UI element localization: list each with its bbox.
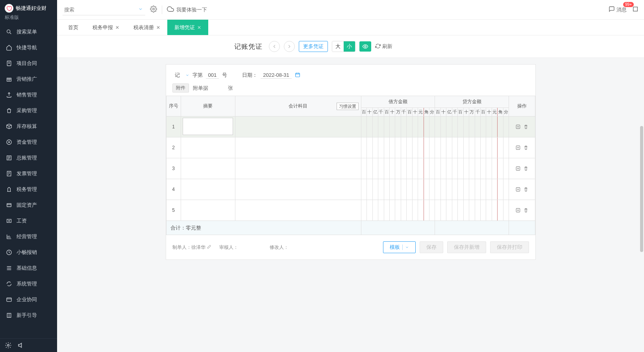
- digit-cell[interactable]: [446, 200, 452, 221]
- sidebar-item-collab[interactable]: 企业协同: [0, 292, 57, 308]
- digit-cell[interactable]: [412, 200, 418, 221]
- digit-cell[interactable]: [389, 200, 395, 221]
- delete-row-icon[interactable]: [523, 166, 529, 171]
- attach-button[interactable]: 附件: [172, 83, 189, 93]
- sidebar-item-salary[interactable]: 工资: [0, 213, 57, 229]
- sidebar-item-project[interactable]: 项目合同: [0, 56, 57, 71]
- digit-cell[interactable]: [407, 179, 412, 200]
- digit-cell[interactable]: [498, 137, 503, 158]
- sidebar-item-ledger[interactable]: 总账管理: [0, 150, 57, 166]
- summary-cell[interactable]: [181, 117, 235, 137]
- message-button[interactable]: 消息 99+: [609, 6, 627, 13]
- digit-cell[interactable]: [492, 200, 497, 221]
- digit-cell[interactable]: [480, 117, 486, 137]
- summary-cell[interactable]: [181, 158, 235, 179]
- digit-cell[interactable]: [435, 158, 440, 179]
- sidebar-item-assets[interactable]: 固定资产: [0, 197, 57, 213]
- digit-cell[interactable]: [407, 117, 412, 137]
- digit-cell[interactable]: [446, 179, 452, 200]
- habit-button[interactable]: 习惯设置: [337, 102, 359, 110]
- save-new-button[interactable]: 保存并新增: [447, 241, 486, 253]
- digit-cell[interactable]: [378, 200, 384, 221]
- digit-cell[interactable]: [492, 117, 497, 137]
- digit-cell[interactable]: [372, 158, 378, 179]
- digit-cell[interactable]: [367, 158, 372, 179]
- digit-cell[interactable]: [418, 117, 424, 137]
- sidebar-item-operation[interactable]: 经营管理: [0, 229, 57, 245]
- sidebar-item-expense[interactable]: 小畅报销: [0, 245, 57, 260]
- digit-cell[interactable]: [486, 117, 492, 137]
- sidebar-item-tax[interactable]: 税务管理: [0, 182, 57, 197]
- digit-cell[interactable]: [435, 200, 440, 221]
- more-voucher-button[interactable]: 更多凭证: [299, 41, 328, 52]
- digit-cell[interactable]: [361, 179, 366, 200]
- digit-cell[interactable]: [503, 117, 509, 137]
- digit-cell[interactable]: [492, 137, 497, 158]
- template-button[interactable]: 模板: [383, 241, 416, 253]
- digit-cell[interactable]: [480, 158, 486, 179]
- digit-cell[interactable]: [429, 117, 435, 137]
- digit-cell[interactable]: [480, 179, 486, 200]
- subject-cell[interactable]: [235, 117, 361, 137]
- digit-cell[interactable]: [440, 117, 446, 137]
- digit-cell[interactable]: [452, 117, 457, 137]
- digit-cell[interactable]: [361, 158, 366, 179]
- digit-cell[interactable]: [503, 158, 509, 179]
- digit-cell[interactable]: [395, 200, 401, 221]
- digit-cell[interactable]: [463, 200, 469, 221]
- digit-cell[interactable]: [407, 200, 412, 221]
- digit-cell[interactable]: [492, 179, 497, 200]
- digit-cell[interactable]: [412, 158, 418, 179]
- delete-row-icon[interactable]: [523, 145, 529, 150]
- digit-cell[interactable]: [492, 158, 497, 179]
- digit-cell[interactable]: [401, 117, 406, 137]
- digit-cell[interactable]: [503, 179, 509, 200]
- tab-tax-declare[interactable]: 税务申报✕: [85, 20, 126, 35]
- add-row-icon[interactable]: [515, 166, 521, 171]
- sidebar-item-marketing[interactable]: 营销推广: [0, 71, 57, 87]
- size-small-button[interactable]: 小: [344, 41, 355, 52]
- digit-cell[interactable]: [424, 158, 429, 179]
- digit-cell[interactable]: [435, 179, 440, 200]
- summary-input[interactable]: [183, 118, 233, 135]
- digit-cell[interactable]: [401, 137, 406, 158]
- delete-row-icon[interactable]: [523, 207, 529, 213]
- digit-cell[interactable]: [429, 137, 435, 158]
- digit-cell[interactable]: [378, 117, 384, 137]
- digit-cell[interactable]: [440, 158, 446, 179]
- digit-cell[interactable]: [361, 137, 366, 158]
- digit-cell[interactable]: [407, 137, 412, 158]
- digit-cell[interactable]: [452, 158, 457, 179]
- sidebar-item-guide[interactable]: 新手引导: [0, 308, 57, 323]
- digit-cell[interactable]: [412, 137, 418, 158]
- sidebar-item-search[interactable]: 搜索菜单: [0, 24, 57, 40]
- digit-cell[interactable]: [469, 158, 475, 179]
- close-icon[interactable]: ✕: [115, 25, 119, 30]
- digit-cell[interactable]: [486, 137, 492, 158]
- digit-cell[interactable]: [440, 200, 446, 221]
- save-print-button[interactable]: 保存并打印: [490, 241, 529, 253]
- sidebar-item-purchase[interactable]: 采购管理: [0, 103, 57, 119]
- search-input[interactable]: [63, 4, 145, 15]
- subject-cell[interactable]: [235, 200, 361, 221]
- digit-cell[interactable]: [480, 200, 486, 221]
- add-row-icon[interactable]: [515, 207, 521, 213]
- digit-cell[interactable]: [435, 117, 440, 137]
- digit-cell[interactable]: [458, 137, 463, 158]
- settings-icon[interactable]: [150, 6, 157, 14]
- preview-button[interactable]: [359, 41, 371, 52]
- digit-cell[interactable]: [475, 137, 480, 158]
- digit-cell[interactable]: [458, 117, 463, 137]
- digit-cell[interactable]: [469, 117, 475, 137]
- size-large-button[interactable]: 大: [332, 41, 344, 52]
- sidebar-item-basic[interactable]: 基础信息: [0, 260, 57, 276]
- chevron-down-icon[interactable]: [138, 7, 143, 13]
- digit-cell[interactable]: [458, 179, 463, 200]
- calendar-icon[interactable]: [295, 72, 300, 79]
- digit-cell[interactable]: [378, 158, 384, 179]
- digit-cell[interactable]: [503, 200, 509, 221]
- tab-tax-list[interactable]: 税表清册✕: [126, 20, 167, 35]
- digit-cell[interactable]: [367, 117, 372, 137]
- digit-cell[interactable]: [401, 179, 406, 200]
- subject-cell[interactable]: [235, 158, 361, 179]
